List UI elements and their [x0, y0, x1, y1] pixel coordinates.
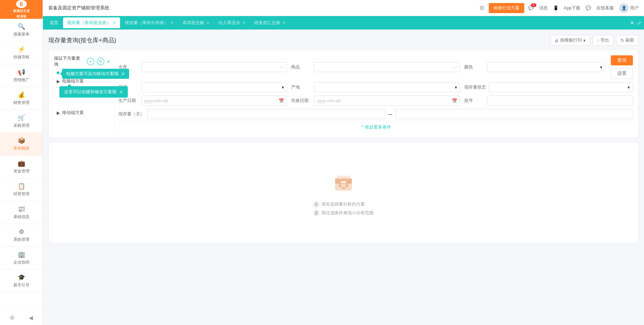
sidebar-icon-purchase: 🛒: [18, 114, 25, 121]
sidebar-label-base-info: 基础信息: [13, 214, 30, 220]
app-name: 畅通好生意: [13, 9, 30, 13]
export-btn[interactable]: ↑ 导出: [593, 35, 614, 46]
sidebar-item-inventory[interactable]: 📦 库存核算: [0, 133, 43, 156]
settings-icon[interactable]: ⚙: [479, 4, 485, 12]
stock-status-select[interactable]: ▾: [489, 82, 633, 92]
calendar-icon[interactable]: 📅: [279, 98, 284, 103]
sidebar-icon-quick-nav: ⚡: [18, 46, 25, 53]
add-scheme-btn[interactable]: +: [87, 58, 94, 65]
tab-close-icon[interactable]: ✕: [206, 21, 210, 25]
svg-rect-6: [337, 176, 350, 179]
stock-qty-max[interactable]: [395, 109, 633, 119]
sidebar-item-operations[interactable]: 📋 经营管理: [0, 178, 43, 201]
sidebar-icon-guide: 🎓: [18, 274, 25, 281]
tab-close-icon[interactable]: ✕: [170, 21, 174, 25]
refresh-scheme-btn[interactable]: ↻: [97, 58, 104, 65]
sidebar-item-guide[interactable]: 🎓 新手引导: [0, 270, 43, 292]
stock-qty-min[interactable]: [147, 109, 385, 119]
logo-icon: 6: [16, 0, 27, 8]
warehouse-dotmenu[interactable]: ···: [280, 64, 284, 70]
settings-footer-icon[interactable]: ⚙: [10, 315, 14, 321]
filter-field-exp-date: 失效日期 yyyy-mm-dd 📅: [291, 96, 460, 106]
goods-select[interactable]: ···: [314, 62, 460, 72]
step-num-1: 1: [313, 201, 319, 207]
tabbar-right-actions: ✕ ⤢: [630, 20, 641, 26]
sidebar-item-marketing[interactable]: 📢 营销推广: [0, 64, 43, 87]
tab-inventory-status[interactable]: 现存量（库存状况表） ✕: [63, 17, 120, 28]
origin-select[interactable]: ▾: [314, 82, 460, 92]
prod-date-input[interactable]: yyyy-mm-dd 📅: [141, 96, 287, 106]
sidebar-item-sales[interactable]: 💰 销售管理: [0, 87, 43, 110]
filter-row-4: 现存量（主） —: [118, 109, 633, 119]
sidebar-item-quick-nav[interactable]: ⚡ 快捷导航: [0, 42, 43, 64]
batch-input[interactable]: [487, 96, 633, 106]
tooltip-scheme-close[interactable]: ✕: [121, 71, 125, 76]
collapse-sidebar-icon[interactable]: ◀: [29, 315, 33, 321]
svg-point-3: [338, 184, 342, 187]
filter-row-3: 生产日期 yyyy-mm-dd 📅 失效日期 yyyy-mm-dd 📅: [118, 96, 633, 106]
online-service-label[interactable]: 在线客服: [596, 5, 614, 11]
color-select[interactable]: ▾: [487, 62, 605, 72]
query-btn[interactable]: 查询: [611, 55, 633, 65]
tooltip-create-close[interactable]: ✕: [119, 89, 123, 95]
sidebar-item-base-info[interactable]: 📰 基础信息: [0, 201, 43, 224]
user-menu[interactable]: 👤 用户: [619, 3, 639, 13]
filter-field-size: 尺码 ▾: [118, 82, 287, 92]
tab-label: 库存批次账: [182, 20, 204, 26]
tab-home[interactable]: 首页: [46, 20, 62, 26]
page-title-actions: 🖨 按模板打印 ▾ ↑ 导出 ↻ 刷新: [550, 35, 639, 46]
page-content: 现存量查询(按仓库+商品) 🖨 按模板打印 ▾ ↑ 导出 ↻ 刷新: [43, 30, 644, 325]
size-select[interactable]: ▾: [141, 82, 287, 92]
sidebar-item-purchase[interactable]: 🛒 采购管理: [0, 110, 43, 133]
goods-dotmenu[interactable]: ···: [452, 64, 457, 70]
stock-status-label: 现存量状态: [464, 84, 486, 90]
close-all-tabs-icon[interactable]: ✕: [630, 20, 634, 26]
tab-batch-inventory[interactable]: 库存批次账 ✕: [178, 17, 214, 28]
tab-receive-summary[interactable]: 收发存汇总表 ✕: [250, 17, 290, 28]
message-label[interactable]: 消息: [539, 5, 548, 11]
empty-step-1: 1 请先选择要分析的方案: [313, 201, 374, 207]
collapse-bar[interactable]: ⌃ 收起更多条件: [118, 122, 633, 132]
svg-rect-2: [341, 181, 346, 183]
tab-close-icon[interactable]: ✕: [113, 21, 116, 25]
scheme-item-mobile[interactable]: ▶ 移动端方案: [54, 108, 110, 117]
topbar-right: 💬 6 消息 📱 App下载 💬 在线客服 👤 用户: [528, 3, 639, 13]
filter-field-stock-status: 现存量状态 ▾: [464, 82, 633, 92]
tab-in-out-flow[interactable]: 出入库流水 ✕: [214, 17, 250, 28]
goods-label: 商品: [291, 64, 311, 70]
filter-field-batch: 批号: [464, 96, 633, 106]
main-filter-area: 仓库 ··· 商品 ···: [118, 55, 633, 132]
sidebar-item-enterprise[interactable]: 🏢 企业协同: [0, 247, 43, 270]
sidebar-icon-marketing: 📢: [18, 68, 25, 76]
tab-close-icon[interactable]: ✕: [242, 21, 246, 25]
sidebar-item-search[interactable]: 🔍 搜索菜单: [0, 19, 43, 42]
tab-inventory-dist[interactable]: 现存量（库存分布表） ✕: [121, 17, 178, 28]
refresh-btn[interactable]: ↻ 刷新: [616, 35, 639, 46]
sidebar-item-system[interactable]: ⚙ 系统管理: [0, 224, 43, 247]
sidebar-item-assets[interactable]: 💼 资金管理: [0, 156, 43, 178]
scheme-arrow-btn[interactable]: «: [107, 58, 110, 64]
export-icon: ↑: [597, 38, 599, 43]
message-icon[interactable]: 💬 6: [528, 5, 534, 10]
filter-body: 按以下方案查询 + ↻ « 电脑方案可设为移动方案哦 ✕: [54, 55, 633, 132]
prod-date-label: 生产日期: [118, 98, 139, 104]
app-download-label[interactable]: App下载: [564, 5, 580, 11]
filter-field-goods: 商品 ···: [291, 62, 460, 72]
tabbar: 首页 现存量（库存状况表） ✕ 现存量（库存分布表） ✕ 库存批次账 ✕ 出入库…: [43, 16, 644, 30]
sidebar-icon-base-info: 📰: [18, 205, 25, 213]
system-name: 装备及固定资产辅助管理系统: [48, 5, 475, 11]
exp-date-input[interactable]: yyyy-mm-dd 📅: [314, 96, 460, 106]
tab-label: 现存量（库存状况表）: [67, 20, 111, 26]
reset-btn[interactable]: 设置: [611, 68, 633, 79]
sidebar-footer: ⚙ ◀: [0, 310, 43, 325]
industry-btn[interactable]: 体验行业方案: [489, 3, 524, 13]
expand-icon[interactable]: ⤢: [637, 20, 641, 26]
tab-close-icon[interactable]: ✕: [282, 21, 286, 25]
warehouse-select[interactable]: ···: [141, 62, 287, 72]
calendar-icon[interactable]: 📅: [452, 98, 457, 103]
sidebar-icon-enterprise: 🏢: [18, 251, 25, 258]
template-print-btn[interactable]: 🖨 按模板打印 ▾: [550, 35, 590, 46]
sidebar-label-guide: 新手引导: [13, 282, 30, 288]
sidebar-label-marketing: 营销推广: [13, 77, 30, 83]
query-reset-btns: 查询 设置: [611, 55, 633, 79]
